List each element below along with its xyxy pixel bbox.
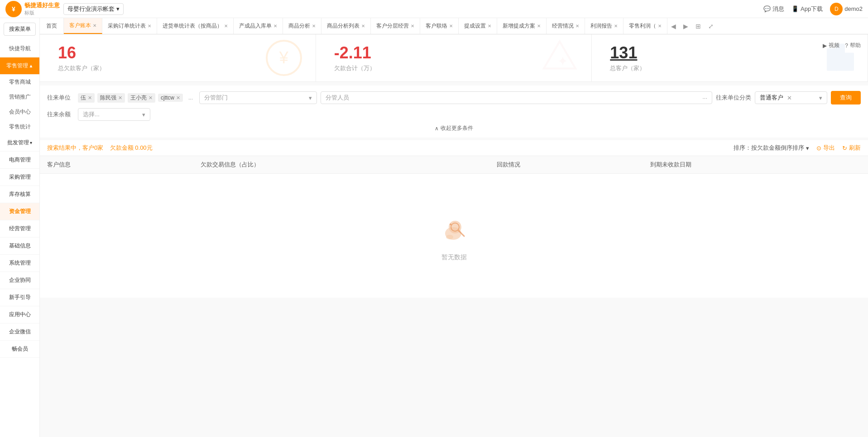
tab-customer-segmentation[interactable]: 客户分层经营 ✕ (371, 18, 420, 34)
affiliated-unit-label: 往来单位 (47, 94, 74, 102)
sidebar-search-area: 搜索菜单 (0, 18, 39, 40)
tab-profit-report[interactable]: 利润报告 ✕ (585, 18, 623, 34)
help-icon: ? (845, 43, 848, 49)
remove-tag-2[interactable]: ✕ (118, 95, 122, 101)
tab-new-promotion[interactable]: 新增提成方案 ✕ (497, 18, 547, 34)
tab-product-analysis-list[interactable]: 商品分析列表 ✕ (321, 18, 371, 34)
user-menu[interactable]: D demo2 (830, 3, 863, 15)
sidebar-item-quick-nav[interactable]: 快捷导航 (0, 40, 39, 57)
sidebar-item-ecommerce-mgmt[interactable]: 电商管理 (0, 152, 39, 169)
sidebar-item-wholesale-mgmt[interactable]: 批发管理 ▾ (0, 134, 39, 152)
more-tags-button[interactable]: ... (186, 94, 196, 102)
collapse-icon: ∧ (435, 125, 439, 132)
topbar: ¥ 畅捷通好生意 标版 母婴行业演示帐套 ▾ 💬 消息 📱 App下载 D de… (0, 0, 868, 18)
video-button[interactable]: ▶ 视频 (823, 42, 839, 49)
stats-bar: ¥ 16 总欠款客户（家） ✦ -2.11 欠款合计（万） (40, 34, 868, 82)
sidebar-item-enterprise-wechat[interactable]: 企业微信 (0, 323, 39, 341)
message-icon: 💬 (763, 5, 771, 12)
tab-purchase-order-stats[interactable]: 采购订单统计表 ✕ (102, 18, 157, 34)
tab-customer-contact[interactable]: 客户联络 ✕ (420, 18, 459, 34)
sidebar-item-retail-management[interactable]: 零售管理 ▲ (0, 57, 39, 75)
logo-text: 畅捷通好生意 标版 (24, 2, 60, 16)
results-info: 搜索结果中，客户0家 欠款金额 0.00元 (47, 144, 153, 152)
export-button[interactable]: ⊙ 导出 (816, 144, 835, 152)
tab-close-new-promotion[interactable]: ✕ (537, 24, 541, 28)
balance-dropdown-icon: ▾ (142, 111, 145, 118)
tab-close-purchase-order-stats[interactable]: ✕ (148, 24, 151, 28)
sidebar-item-member-center[interactable]: 会员中心 (0, 104, 39, 119)
remove-tag-1[interactable]: ✕ (88, 95, 92, 101)
tab-close-product-inbound[interactable]: ✕ (273, 24, 277, 28)
tab-close-incoming-stats[interactable]: ✕ (224, 24, 228, 28)
unit-category-remove[interactable]: ✕ (787, 95, 792, 101)
sidebar-item-capital-mgmt[interactable]: 资金管理 (0, 203, 39, 220)
tab-incoming-stats[interactable]: 进货单统计表（按商品） ✕ (157, 18, 234, 34)
help-button[interactable]: ? 帮助 (845, 42, 861, 49)
remove-tag-3[interactable]: ✕ (149, 95, 153, 101)
stat-customers-value: 16 (58, 43, 76, 62)
tab-close-customer-segmentation[interactable]: ✕ (411, 24, 414, 28)
topbar-right: 💬 消息 📱 App下载 D demo2 (763, 3, 863, 15)
col-due-date: 到期未收款日期 (643, 156, 868, 174)
remove-tag-4[interactable]: ✕ (176, 95, 180, 101)
tab-close-customer-account[interactable]: ✕ (93, 23, 96, 28)
tab-close-product-analysis[interactable]: ✕ (312, 24, 316, 28)
sidebar-item-app-center[interactable]: 应用中心 (0, 306, 39, 323)
sidebar: 搜索菜单 快捷导航 零售管理 ▲ 零售商城 营销推广 会员中心 零售统计 批发管… (0, 18, 40, 437)
tab-home[interactable]: 首页 (40, 18, 64, 34)
branch-person-select[interactable]: 分管人员 ··· (321, 91, 712, 104)
filter-row-balance: 往来余额 选择... ▾ (47, 108, 861, 121)
col-repayment: 回款情况 (489, 156, 643, 174)
sidebar-item-inventory-check[interactable]: 库存核算 (0, 186, 39, 203)
col-customer-info: 客户信息 (40, 156, 193, 174)
sidebar-item-enterprise-collab[interactable]: 企业协同 (0, 272, 39, 289)
tab-product-inbound[interactable]: 产成品入库单 ✕ (234, 18, 283, 34)
tab-business-status[interactable]: 经营情况 ✕ (547, 18, 585, 34)
branch-dept-select[interactable]: 分管部门 ▾ (199, 91, 317, 104)
tab-expand-btn[interactable]: ⊞ (692, 18, 705, 34)
sidebar-item-vip-member[interactable]: 畅会员 (0, 341, 39, 358)
arrow-icon: ▲ (29, 63, 34, 68)
topbar-left: ¥ 畅捷通好生意 标版 母婴行业演示帐套 ▾ (5, 1, 124, 17)
unit-category-select[interactable]: 普通客户 ✕ ▾ (755, 91, 827, 104)
table-empty-row: 暂无数据 (40, 174, 868, 298)
sidebar-item-retail-mall[interactable]: 零售商城 (0, 75, 39, 90)
sidebar-item-basic-info[interactable]: 基础信息 (0, 238, 39, 255)
filter-tags: 伍 ✕ 陈民强 ✕ 王小亮 ✕ cjttcw ✕ (78, 93, 196, 103)
filter-row-unit: 往来单位 伍 ✕ 陈民强 ✕ 王小亮 ✕ (47, 91, 861, 104)
tab-promotion-settings[interactable]: 提成设置 ✕ (459, 18, 497, 34)
tab-close-promotion-settings[interactable]: ✕ (488, 24, 491, 28)
refresh-button[interactable]: ↻ 刷新 (842, 144, 861, 152)
page-actions: ▶ 视频 ? 帮助 (823, 42, 861, 49)
balance-select[interactable]: 选择... ▾ (78, 108, 150, 121)
sidebar-item-marketing[interactable]: 营销推广 (0, 90, 39, 104)
search-menu-button[interactable]: 搜索菜单 (4, 23, 36, 36)
collapse-button[interactable]: ∧ 收起更多条件 (435, 124, 473, 132)
tab-fullscreen-btn[interactable]: ⤢ (705, 18, 717, 34)
sidebar-item-operations-mgmt[interactable]: 经营管理 (0, 220, 39, 238)
query-button[interactable]: 查询 (831, 91, 861, 104)
tab-scroll-right[interactable]: ▶ (680, 18, 692, 34)
app-download-button[interactable]: 📱 App下载 (791, 5, 823, 13)
tab-close-profit-report[interactable]: ✕ (614, 24, 618, 28)
tab-close-customer-contact[interactable]: ✕ (449, 24, 453, 28)
tab-close-product-analysis-list[interactable]: ✕ (361, 24, 365, 28)
sidebar-item-purchase-mgmt[interactable]: 采购管理 (0, 169, 39, 186)
sidebar-item-system-mgmt[interactable]: 系统管理 (0, 255, 39, 272)
tab-product-analysis[interactable]: 商品分析 ✕ (283, 18, 321, 34)
stat-customers2-value: 131 (610, 43, 637, 62)
tab-customer-account[interactable]: 客户账本 ✕ (64, 18, 102, 34)
sidebar-item-new-guide[interactable]: 新手引导 (0, 289, 39, 306)
message-button[interactable]: 💬 消息 (763, 5, 784, 13)
app-icon: 📱 (791, 5, 799, 12)
tab-close-business-status[interactable]: ✕ (575, 24, 579, 28)
tab-scroll-left[interactable]: ◀ (667, 18, 680, 34)
sidebar-item-retail-stats[interactable]: 零售统计 (0, 119, 39, 134)
tab-retail-profit[interactable]: 零售利润（ ✕ (623, 18, 667, 34)
filter-tag-3: 王小亮 ✕ (128, 93, 155, 103)
stat-customers-label: 总欠款客户（家） (58, 64, 105, 72)
svg-point-10 (450, 223, 451, 225)
tab-close-retail-profit[interactable]: ✕ (658, 24, 662, 28)
account-selector[interactable]: 母婴行业演示帐套 ▾ (63, 3, 124, 15)
sort-select[interactable]: 排序：按欠款金额倒序排序 ▾ (734, 144, 809, 152)
